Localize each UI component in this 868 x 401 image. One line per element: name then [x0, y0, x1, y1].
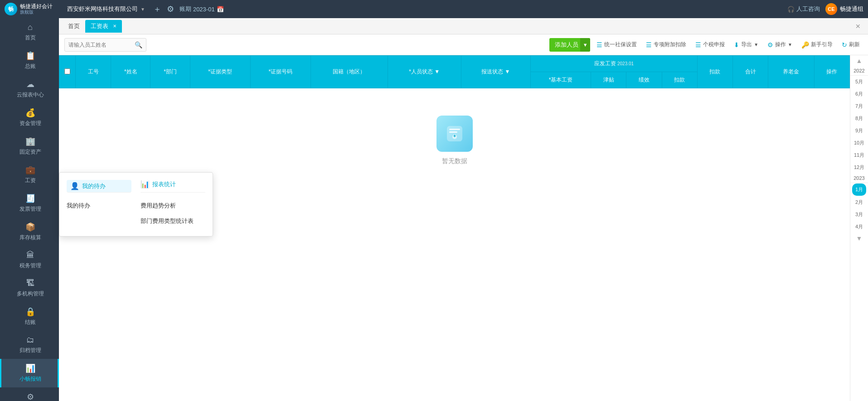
my-todo-header[interactable]: 👤 我的待办: [67, 180, 131, 193]
sidebar-item-expense[interactable]: 📊 小畅报销: [0, 359, 59, 387]
app-name: 畅捷通好会计: [20, 3, 53, 10]
sidebar-item-inventory[interactable]: 📦 库存核算: [0, 217, 59, 246]
logo-letter: 畅: [8, 5, 14, 13]
timeline-month-10[interactable]: 10月: [850, 137, 868, 149]
dept-expense-item[interactable]: 部门费用类型统计表: [141, 213, 205, 229]
timeline-month-1[interactable]: 1月: [852, 184, 866, 196]
tab-home[interactable]: 首页: [63, 20, 85, 33]
timeline-month-12[interactable]: 12月: [850, 161, 868, 174]
timeline-month-6[interactable]: 6月: [850, 88, 868, 100]
my-todo-label: 我的待办: [67, 202, 90, 209]
select-all-checkbox[interactable]: [64, 68, 70, 74]
dropdown-col-report: 📊 报表统计 费用趋势分析 部门费用类型统计表: [141, 180, 205, 229]
sidebar-item-salary[interactable]: 💼 工资: [0, 160, 59, 189]
sidebar-item-archive[interactable]: 🗂 归档管理: [0, 331, 59, 359]
company-selector[interactable]: 西安虾米网络科技有限公司 ▼: [63, 3, 149, 15]
report-stats-header[interactable]: 📊 报表统计: [141, 180, 205, 193]
sidebar-item-tax[interactable]: 🏛 税务管理: [0, 246, 59, 274]
user-support[interactable]: 🎧 人工咨询: [787, 5, 820, 13]
user-name-area[interactable]: CE 畅捷通组: [825, 3, 863, 15]
expense-trend-item[interactable]: 费用趋势分析: [141, 198, 205, 213]
timeline-month-3[interactable]: 3月: [850, 208, 868, 221]
home-icon: ⌂: [28, 23, 33, 32]
sidebar-item-fund[interactable]: 💰 资金管理: [0, 103, 59, 132]
company-chevron-icon: ▼: [141, 7, 145, 12]
th-pension: 养老金: [768, 56, 814, 88]
th-status: *人员状态 ▼: [388, 56, 461, 88]
add-person-button[interactable]: 添加人员 ▼: [549, 38, 590, 52]
timeline-year-2023: 2023: [850, 174, 868, 183]
operation-label: 操作: [775, 41, 786, 48]
timeline-down[interactable]: ▼: [850, 233, 868, 244]
th-dept: *部门: [150, 56, 190, 88]
timeline-month-5[interactable]: 5月: [850, 76, 868, 88]
avatar-text: CE: [828, 6, 834, 12]
dept-expense-label: 部门费用类型统计表: [141, 217, 194, 224]
fund-icon: 💰: [25, 108, 35, 118]
social-insurance-icon: ☰: [596, 41, 602, 48]
timeline-year-2022: 2022: [850, 66, 868, 76]
close-tab-icon[interactable]: ✕: [113, 24, 116, 29]
basic-icon: ⚙: [27, 392, 34, 401]
sidebar-label-home: 首页: [25, 34, 36, 42]
th-checkbox[interactable]: [59, 56, 76, 88]
add-btn-arrow[interactable]: ▼: [580, 38, 590, 52]
new-guide-icon: 🔑: [801, 41, 809, 48]
income-tax-action[interactable]: ☰ 个税申报: [693, 41, 727, 48]
sidebar-label-salary: 工资: [25, 177, 36, 184]
special-deduct-action[interactable]: ☰ 专项附加扣除: [643, 41, 689, 48]
tab-salary-table[interactable]: 工资表 ✕: [85, 20, 122, 33]
sidebar-item-home[interactable]: ⌂ 首页: [0, 18, 59, 46]
th-deduct: 扣款: [697, 56, 732, 88]
income-tax-icon: ☰: [695, 41, 701, 48]
sidebar-item-ledger[interactable]: 📋 总账: [0, 46, 59, 75]
th-cert-no: *证据号码: [250, 56, 310, 88]
sidebar-label-invoice: 发票管理: [19, 205, 41, 213]
th-post-salary: 津贴: [591, 72, 626, 88]
th-performance: 绩效: [626, 72, 662, 88]
social-insurance-action[interactable]: ☰ 统一社保设置: [594, 41, 640, 48]
toolbar: 🔍 添加人员 ▼ ☰ 统一社保设置 ☰ 专项附加扣除 ☰ 个税申报 ⬇ 导出: [59, 34, 868, 55]
export-arrow: ▼: [754, 42, 758, 47]
close-content-button[interactable]: ✕: [852, 23, 864, 30]
operation-action[interactable]: ⚙ 操作 ▼: [765, 41, 795, 48]
sidebar-item-cloud-report[interactable]: ☁ 云报表中心: [0, 75, 59, 103]
operation-icon: ⚙: [767, 41, 773, 48]
timeline-month-2[interactable]: 2月: [850, 196, 868, 208]
dropdown-popup: 👤 我的待办 我的待办 📊 报表统计 费用趋势分析 部门费用类型统计表: [59, 172, 213, 237]
timeline-month-8[interactable]: 8月: [850, 112, 868, 125]
operation-arrow: ▼: [788, 42, 792, 47]
sidebar-item-close[interactable]: 🔒 结账: [0, 302, 59, 331]
app-sub: 旗舰版: [20, 10, 53, 15]
new-guide-action[interactable]: 🔑 新手引导: [799, 41, 835, 48]
search-input[interactable]: [68, 42, 132, 48]
timeline-month-11[interactable]: 11月: [850, 149, 868, 161]
sidebar-item-multi-org[interactable]: 🏗 多机构管理: [0, 274, 59, 302]
user-area: 🎧 人工咨询 CE 畅捷通组: [787, 3, 863, 15]
timeline-up[interactable]: ▲: [850, 55, 868, 66]
th-salary-group: 应发工资 2023.01: [530, 56, 697, 72]
calendar-icon: 📅: [217, 6, 224, 13]
export-action[interactable]: ⬇ 导出 ▼: [731, 41, 761, 48]
timeline-month-9[interactable]: 9月: [850, 125, 868, 137]
sidebar-item-basic[interactable]: ⚙ 基础设置: [0, 387, 59, 401]
refresh-action[interactable]: ↻ 刷新: [839, 41, 863, 48]
my-todo-item[interactable]: 我的待办: [67, 198, 131, 213]
special-deduct-label: 专项附加扣除: [654, 41, 686, 48]
dropdown-col-todo: 👤 我的待办 我的待办: [67, 180, 131, 229]
timeline-month-7[interactable]: 7月: [850, 100, 868, 112]
inventory-icon: 📦: [25, 222, 35, 232]
th-cert-type: *证据类型: [190, 56, 250, 88]
empty-text: 暂无数据: [442, 157, 467, 165]
refresh-label: 刷新: [849, 41, 860, 48]
multi-org-icon: 🏗: [26, 279, 34, 288]
th-operation: 操作: [814, 56, 849, 88]
refresh-icon: ↻: [842, 41, 847, 48]
tab-salary-label: 工资表: [91, 22, 108, 30]
sidebar-item-fixed-assets[interactable]: 🏢 固定资产: [0, 132, 59, 160]
sidebar-item-invoice[interactable]: 🧾 发票管理: [0, 189, 59, 217]
add-button[interactable]: ＋: [153, 4, 161, 14]
timeline-month-4[interactable]: 4月: [850, 221, 868, 233]
settings-button[interactable]: ⚙: [167, 4, 174, 14]
logo-text: 畅捷通好会计 旗舰版: [20, 3, 53, 15]
